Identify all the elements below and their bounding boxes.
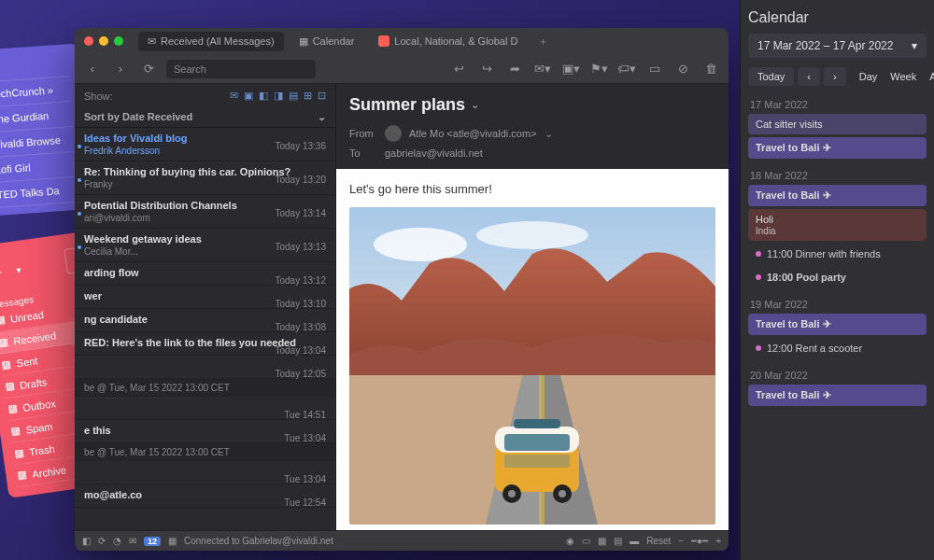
filter-icon[interactable]: ▤ <box>289 90 298 102</box>
panel-icon[interactable]: ◧ <box>82 536 91 546</box>
event-dot <box>756 251 761 257</box>
sync-icon[interactable]: ⟳ <box>98 536 106 546</box>
event-text: Travel to Bali ✈ <box>756 389 831 401</box>
filter-icon[interactable]: ◧ <box>259 90 268 102</box>
prev-button[interactable]: ‹ <box>798 67 820 86</box>
back-button[interactable]: ‹ <box>82 59 103 79</box>
message-item[interactable]: arding flowToday 13:12 <box>75 262 335 286</box>
filter-icon[interactable]: ✉ <box>230 90 238 102</box>
view-ag[interactable]: Ag <box>924 67 934 86</box>
message-item[interactable]: Tue 13:04 <box>75 461 335 484</box>
tab-calendar[interactable]: ▦ Calendar <box>290 32 364 51</box>
flag-button[interactable]: ⚑▾ <box>588 59 609 79</box>
zoom-in-button[interactable]: + <box>715 536 721 546</box>
filter-icon[interactable]: ⊡ <box>318 90 326 102</box>
calendar-event[interactable]: Travel to Bali ✈ <box>748 137 927 159</box>
close-icon[interactable] <box>84 36 93 46</box>
filter-icon[interactable]: ▣ <box>244 90 253 102</box>
message-item[interactable]: Weekend getaway ideasCecilia Mor...Today… <box>75 229 335 262</box>
filter-icon[interactable]: ◨ <box>274 90 283 102</box>
camera-icon[interactable]: ◉ <box>566 536 574 546</box>
calendar-event[interactable]: Cat sitter visits <box>748 114 927 134</box>
to-label: To <box>349 147 377 159</box>
minimize-icon[interactable] <box>99 36 108 46</box>
send-icon: ✈ <box>0 260 11 286</box>
svg-point-2 <box>476 221 588 249</box>
next-button[interactable]: › <box>824 67 846 86</box>
image-icon[interactable]: ▦ <box>598 536 606 546</box>
chevron-down-icon[interactable]: ⌄ <box>545 128 553 140</box>
calendar-event[interactable]: HoliIndia <box>748 209 927 241</box>
compose-dropdown[interactable]: ✉▾ <box>532 59 553 79</box>
ruler-icon[interactable]: ▬ <box>630 536 639 546</box>
message-item[interactable]: Today 12:05 <box>75 356 335 379</box>
reply-all-button[interactable]: ↪ <box>476 59 497 79</box>
today-button[interactable]: Today <box>748 67 794 86</box>
time: Tue 13:04 <box>284 433 326 443</box>
view-week[interactable]: Week <box>884 67 922 86</box>
clock-icon[interactable]: ◔ <box>113 536 121 546</box>
calendar-icon: ▦ <box>299 35 308 48</box>
message-item[interactable]: Re: Thinking of buying this car. Opinion… <box>75 161 335 195</box>
zoom-out-button[interactable]: − <box>678 536 684 546</box>
statusbar: ◧ ⟳ ◔ ✉12 ▦ Connected to Gabrielav@vival… <box>75 530 729 551</box>
time: Today 13:13 <box>276 242 327 252</box>
forward-button[interactable]: › <box>110 59 131 79</box>
archive-button[interactable]: ▭ <box>644 59 665 79</box>
toolbar: ‹ › ⟳ Search ↩ ↪ ➦ ✉▾ ▣▾ ⚑▾ 🏷▾ ▭ ⊘ 🗑 <box>75 54 729 84</box>
chevron-down-icon[interactable]: ⌄ <box>471 99 479 111</box>
event-text: Travel to Bali ✈ <box>756 189 831 202</box>
maximize-icon[interactable] <box>114 36 123 46</box>
calendar-event[interactable]: Travel to Bali ✈ <box>748 385 927 406</box>
message-item[interactable]: Tue 14:51 <box>75 397 335 420</box>
calendar-event[interactable]: Travel to Bali ✈ <box>748 314 927 335</box>
message-body: Let's go here this summer! <box>336 169 729 530</box>
delete-button[interactable]: 🗑 <box>700 59 721 79</box>
reload-button[interactable]: ⟳ <box>138 59 159 79</box>
calendar-event[interactable]: Travel to Bali ✈ <box>748 185 927 206</box>
date-range-picker[interactable]: 17 Mar 2022 – 17 Apr 2022 ▾ <box>748 34 927 58</box>
message-item[interactable]: ng candidateToday 13:08 <box>75 309 335 332</box>
reset-button[interactable]: Reset <box>646 536 671 546</box>
attachment-image <box>349 207 715 525</box>
search-input[interactable]: Search <box>166 60 316 78</box>
time: Today 12:05 <box>276 369 327 379</box>
event-text: 11:00 Dinner with friends <box>767 248 881 259</box>
spam-button[interactable]: ⊘ <box>672 59 693 79</box>
forward-mail-button[interactable]: ➦ <box>504 59 525 79</box>
tab-news[interactable]: Local, National, & Global D <box>369 32 527 50</box>
folder-icon: ▩ <box>7 402 19 415</box>
filter-icons[interactable]: ✉ ▣ ◧ ◨ ▤ ⊞ ⊡ <box>230 90 326 102</box>
calendar-event[interactable]: 12:00 Rent a scooter <box>748 338 927 358</box>
new-tab-button[interactable]: ＋ <box>538 35 548 49</box>
message-item[interactable]: e thisTue 13:04 <box>75 420 335 443</box>
event-dot <box>756 274 761 280</box>
sort-row[interactable]: Sort by Date Received ⌄ <box>75 107 335 128</box>
tab-received[interactable]: ✉ Received (All Messages) <box>138 32 284 51</box>
date-group: be @ Tue, Mar 15 2022 13:00 CET <box>75 443 335 461</box>
folder-icon: ▩ <box>4 380 15 393</box>
reply-button[interactable]: ↩ <box>448 59 469 79</box>
folder-button[interactable]: ▣▾ <box>560 59 581 79</box>
filter-icon[interactable]: ⊞ <box>304 90 312 102</box>
tag-button[interactable]: 🏷▾ <box>616 59 637 79</box>
calendar-event[interactable]: 18:00 Pool party <box>748 267 927 287</box>
calendar-icon[interactable]: ▦ <box>168 536 177 546</box>
message-item[interactable]: RED: Here's the link to the files you ne… <box>75 332 335 356</box>
bookmark-item[interactable]: TED Talks Da <box>0 177 78 208</box>
zoom-slider[interactable]: ━●━ <box>691 536 708 546</box>
message-item[interactable]: Ideas for Vivaldi blogFredrik AnderssonT… <box>75 128 335 161</box>
page-icon[interactable]: ▤ <box>614 536 622 546</box>
time: Tue 13:04 <box>284 474 326 484</box>
svg-rect-8 <box>504 455 570 468</box>
message-item[interactable]: werToday 13:10 <box>75 286 335 309</box>
layout-icon[interactable]: ▭ <box>582 536 590 546</box>
tab-label: Received (All Messages) <box>161 35 275 47</box>
message-item[interactable]: Potential Distribution Channelsari@vival… <box>75 195 335 229</box>
chevron-down-icon: ⌄ <box>318 111 326 123</box>
range-label: 17 Mar 2022 – 17 Apr 2022 <box>757 39 893 52</box>
message-item[interactable]: mo@atle.coTue 12:54 <box>75 484 335 508</box>
folder-icon: ▩ <box>1 357 12 371</box>
view-day[interactable]: Day <box>854 67 884 86</box>
calendar-event[interactable]: 11:00 Dinner with friends <box>748 244 927 264</box>
